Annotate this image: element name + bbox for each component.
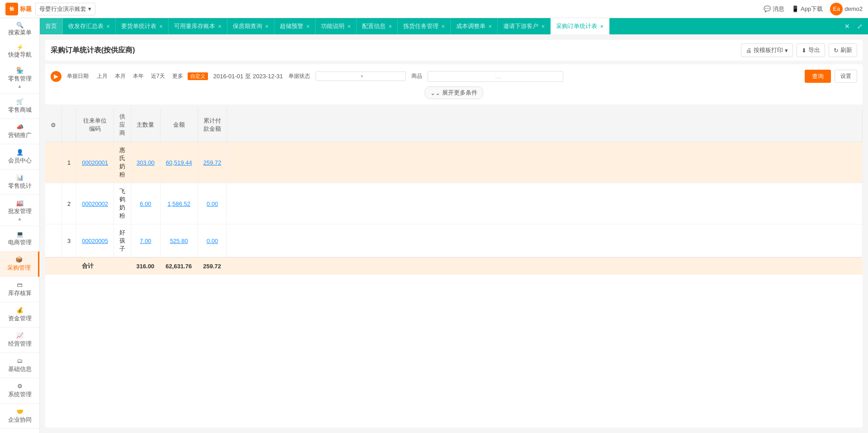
tab-invite-downstream[interactable]: 邀请下游客户 ✕ [498, 18, 551, 34]
tab-close-active-icon[interactable]: ✕ [600, 24, 604, 29]
table-row[interactable]: 1 00020001 惠氏奶粉 303.00 60,519.44 259.72 [45, 142, 863, 183]
col-settings[interactable]: ⚙ [45, 108, 62, 142]
row-cell-main-qty[interactable]: 303.00 [131, 142, 160, 183]
tab-cost-adjust[interactable]: 成本调整单 ✕ [451, 18, 498, 34]
user-area[interactable]: Ea demo2 [830, 3, 863, 15]
row-cell-amount[interactable]: 60,519.44 [160, 142, 198, 183]
query-btn[interactable]: 查询 [805, 70, 831, 83]
date-shortcut-this-month[interactable]: 本月 [112, 71, 128, 81]
sidebar-item-label: 采购管理 [7, 264, 31, 272]
sidebar-item-label: 零售统计 [8, 182, 32, 190]
org-selector[interactable]: 母婴行业演示账套 ▾ [35, 3, 95, 15]
filter-toggle-btn[interactable]: ▶ [51, 71, 61, 82]
date-shortcut-last-month[interactable]: 上月 [94, 71, 110, 81]
sidebar-item-new-guide[interactable]: 🆕 新手引导 [0, 429, 39, 433]
tab-label: 功能说明 [321, 22, 344, 30]
sidebar-item-enterprise[interactable]: 🤝 企业协同 [0, 404, 39, 429]
row-cell-amount[interactable]: 1,586.52 [160, 183, 198, 224]
sidebar-item-retail-mgmt[interactable]: 🏪 零售管理 ▲ [0, 62, 39, 94]
date-shortcut-7days[interactable]: 近7天 [148, 71, 168, 81]
date-shortcut-this-year[interactable]: 本年 [130, 71, 146, 81]
sidebar-item-wholesale[interactable]: 🏭 批发管理 ▲ [0, 195, 39, 226]
tab-close-icon[interactable]: ✕ [106, 24, 110, 29]
print-btn[interactable]: 🖨 按模板打印 ▾ [741, 43, 793, 57]
tab-close-icon[interactable]: ✕ [488, 24, 492, 29]
row-cell-paid-amount[interactable]: 259.72 [198, 142, 227, 183]
printer-icon: 🖨 [746, 47, 752, 54]
sidebar-item-purchase[interactable]: 📦 采购管理 [0, 252, 39, 277]
row-cell-main-qty[interactable]: 7.00 [131, 224, 160, 257]
tab-home[interactable]: 首页 [40, 18, 63, 34]
tab-shelf-life[interactable]: 保质期查询 ✕ [227, 18, 274, 34]
tab-available-stock[interactable]: 可用量库存账本 ✕ [169, 18, 227, 34]
row-cell-supplier-code[interactable]: 00020002 [76, 183, 114, 224]
sidebar-item-retail-stats[interactable]: 📊 零售统计 [0, 170, 39, 195]
sidebar-item-operation[interactable]: 📈 经营管理 [0, 328, 39, 353]
footer-extra-cell [227, 257, 863, 275]
sidebar-nav-btn[interactable]: ⚡ 快捷导航 [0, 40, 39, 62]
tab-collect-send[interactable]: 收发存汇总表 ✕ [63, 18, 116, 34]
tab-purchase-order-stats[interactable]: 采购订单统计表 ✕ [551, 18, 609, 34]
page-content: 采购订单统计表(按供应商) 🖨 按模板打印 ▾ ⬇ 导出 ↻ 刷新 [40, 34, 868, 433]
expand-arrow-icon: ▲ [18, 84, 22, 89]
footer-amount-cell: 62,631.76 [160, 257, 198, 275]
row-cell-supplier-code[interactable]: 00020005 [76, 224, 114, 257]
sidebar-item-sys-mgmt[interactable]: ⚙ 系统管理 [0, 378, 39, 404]
tab-overstock-alert[interactable]: 超储预警 ✕ [274, 18, 316, 34]
user-name: demo2 [844, 5, 863, 12]
tab-close-icon[interactable]: ✕ [159, 24, 163, 29]
expand-more-row: ⌄⌄ 展开更多条件 [51, 86, 857, 99]
tab-close-icon[interactable]: ✕ [306, 24, 310, 29]
table-row[interactable]: 2 00020002 飞鹤奶粉 6.00 1,586.52 0.00 [45, 183, 863, 224]
app-download-btn[interactable]: 📱 App下载 [792, 5, 823, 13]
footer-supplier-name-cell [114, 257, 131, 275]
tab-maximize-btn[interactable]: ⤢ [855, 22, 864, 31]
sidebar-item-marketing[interactable]: 📣 营销推广 [0, 119, 39, 144]
settings-icon[interactable]: ⚙ [51, 122, 56, 128]
sidebar-item-base-info[interactable]: 🗂 基础信息 [0, 353, 39, 378]
tab-func-desc[interactable]: 功能说明 ✕ [316, 18, 357, 34]
tab-label: 拣货任务管理 [403, 22, 439, 30]
row-cell-paid-amount[interactable]: 0.00 [198, 183, 227, 224]
tab-close-all-btn[interactable]: ✕ [843, 22, 852, 31]
expand-more-btn[interactable]: ⌄⌄ 展开更多条件 [425, 86, 483, 99]
tab-close-icon[interactable]: ✕ [218, 24, 222, 29]
tab-close-icon[interactable]: ✕ [388, 24, 392, 29]
goods-input[interactable]: ... [428, 71, 563, 82]
row-cell-seq: 3 [62, 224, 76, 257]
sidebar-item-inventory[interactable]: 🗃 库存核算 [0, 277, 39, 302]
sidebar-item-member[interactable]: 👤 会员中心 [0, 144, 39, 170]
sidebar-search-btn[interactable]: 🔍 搜索菜单 [0, 18, 39, 40]
top-bar-left: 畅 标题 母婴行业演示账套 ▾ [5, 3, 95, 15]
settings-btn[interactable]: 设置 [835, 70, 857, 83]
tab-close-icon[interactable]: ✕ [347, 24, 351, 29]
sidebar-item-label: 库存核算 [8, 289, 32, 297]
date-shortcuts: 上月 本月 本年 近7天 更多 自定义 [94, 71, 208, 81]
tab-close-icon[interactable]: ✕ [265, 24, 269, 29]
tab-close-icon[interactable]: ✕ [541, 24, 545, 29]
sidebar-item-finance[interactable]: 💰 资金管理 [0, 302, 39, 328]
tab-order-stats[interactable]: 要货单统计表 ✕ [116, 18, 169, 34]
row-cell-main-qty[interactable]: 6.00 [131, 183, 160, 224]
status-select[interactable]: ▾ [316, 71, 406, 81]
message-btn[interactable]: 💬 消息 [764, 5, 784, 13]
row-cell-paid-amount[interactable]: 0.00 [198, 224, 227, 257]
date-custom-badge[interactable]: 自定义 [188, 72, 208, 80]
tab-close-icon[interactable]: ✕ [441, 24, 445, 29]
sidebar-item-ecommerce[interactable]: 💻 电商管理 [0, 226, 39, 252]
row-cell-amount[interactable]: 525.80 [160, 224, 198, 257]
sidebar-item-label: 会员中心 [8, 157, 32, 165]
sidebar-item-retail-shop[interactable]: 🛒 零售商城 [0, 94, 39, 119]
row-cell-supplier-code[interactable]: 00020001 [76, 142, 114, 183]
date-shortcut-more[interactable]: 更多 [170, 71, 186, 81]
content-area: 首页 收发存汇总表 ✕ 要货单统计表 ✕ 可用量库存账本 ✕ 保质期查询 ✕ 超… [40, 18, 868, 433]
org-chevron-icon: ▾ [88, 5, 91, 12]
sidebar: 🔍 搜索菜单 ⚡ 快捷导航 🏪 零售管理 ▲ 🛒 零售商城 📣 营销推广 👤 会… [0, 18, 40, 433]
tab-picking-task[interactable]: 拣货任务管理 ✕ [398, 18, 451, 34]
export-btn[interactable]: ⬇ 导出 [797, 43, 825, 57]
table-row[interactable]: 3 00020005 好孩子 7.00 525.80 0.00 [45, 224, 863, 257]
refresh-btn[interactable]: ↻ 刷新 [829, 43, 857, 57]
tab-config-info[interactable]: 配置信息 ✕ [357, 18, 398, 34]
purchase-icon: 📦 [15, 256, 23, 263]
col-amount: 金额 [160, 108, 198, 142]
